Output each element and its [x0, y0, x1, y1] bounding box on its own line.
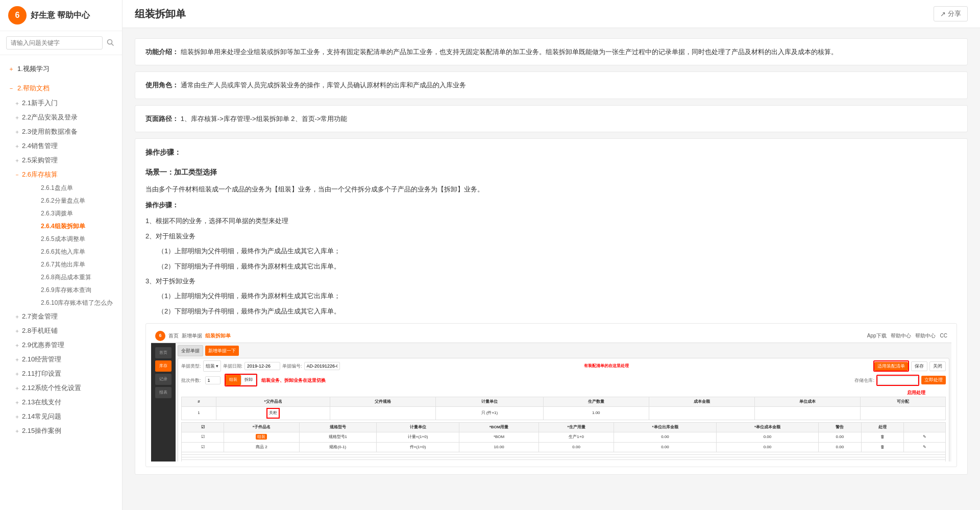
nav-section-2: － 2.帮助文档 ＋ 2.1新手入门 ＋ 2.2产品安装及登录 ＋ 2.3使用前… [0, 79, 122, 440]
share-button[interactable]: ↗ 分享 [934, 6, 968, 21]
ss-nav-icons: App下载 帮助中心 帮助中心 CC [867, 331, 947, 341]
sidebar-item-customization-label: 2.12系统个性化设置 [22, 383, 81, 393]
svg-line-1 [112, 43, 114, 45]
ss-lrow2-check: ☑ [182, 442, 224, 452]
ss-topbar: 6 首页 新增单据 组装拆卸单 App下载 帮助中心 帮助中心 CC [151, 329, 951, 343]
sidebar-item-video-label: 1.视频学习 [17, 64, 50, 74]
ss-lth-spec: 规格型号 [299, 422, 377, 432]
ss-lth-unit-cost: *单位出库金额 [614, 422, 717, 432]
step-list: 1、根据不同的业务，选择不同单据的类型来处理 2、对于组装业务 （1）上部明细为… [145, 215, 957, 317]
nav-tree: ＋ 1.视频学习 － 2.帮助文档 ＋ 2.1新手入门 ＋ 2.2产品安装及登录 [0, 55, 122, 510]
step-1: 1、根据不同的业务，选择不同单据的类型来处理 [145, 215, 957, 227]
ss-date-input[interactable] [244, 362, 280, 370]
sidebar-item-purchase[interactable]: ＋ 2.5采购管理 [14, 153, 122, 167]
sidebar-item-2.6.7[interactable]: 2.6.7其他出库单 [35, 258, 122, 271]
plus-sub-icon: ＋ [14, 100, 20, 107]
sidebar-item-biz-label: 2.10经营管理 [22, 355, 61, 364]
sidebar-item-2.6.10[interactable]: 2.6.10库存账本错了怎么办 [35, 297, 122, 309]
step-3-2: （2）下部明细为子件明细，最终作为产成品生成其它入库单。 [145, 305, 957, 317]
ss-lrow-bom: *BOM [459, 432, 539, 442]
app-title: 好生意 帮助中心 [31, 10, 90, 21]
sidebar: 6 好生意 帮助中心 ＋ 1.视频学习 － 2.帮助文档 [0, 0, 122, 510]
sidebar-item-dataprep[interactable]: ＋ 2.3使用前数据准备 [14, 125, 122, 139]
ss-annotation-2: 组装业务、拆卸业务在这里切换 [261, 376, 326, 384]
ss-goods-input[interactable]: 关柜 [266, 408, 280, 418]
sidebar-item-2.6.8[interactable]: 2.6.8商品成本重算 [35, 271, 122, 284]
ss-warehouse-input[interactable] [877, 376, 918, 384]
sidebar-item-biz[interactable]: ＋ 2.10经营管理 [14, 352, 122, 367]
search-bar [0, 31, 122, 55]
sidebar-item-cases[interactable]: ＋ 2.15操作案例 [14, 424, 122, 438]
sidebar-item-sales[interactable]: ＋ 2.4销售管理 [14, 139, 122, 153]
ss-annotation-1: 有装配清单的在这里处理 [342, 362, 871, 370]
sidebar-item-2.6.6[interactable]: 2.6.6其他入库单 [35, 246, 122, 258]
ss-lrow-op1: 🗑 [861, 432, 903, 442]
sidebar-item-docs[interactable]: － 2.帮助文档 [0, 81, 122, 96]
ss-close-btn[interactable]: 关闭 [929, 361, 946, 371]
ss-lrow2-prod: 0.00 [539, 442, 614, 452]
sidebar-item-inventory[interactable]: － 2.6库存核算 [14, 167, 122, 182]
ops-block: 操作步骤： 场景一：加工类型选择 当由多个子件材料组装成一个成品的业务为【组装】… [135, 138, 968, 475]
ss-lth-avail: 警告 [819, 422, 861, 432]
sidebar-item-2.6.4[interactable]: 2.6.4组装拆卸单 [35, 220, 122, 233]
ss-annotation-3: 启用处理 [907, 388, 925, 397]
sidebar-item-mobile[interactable]: ＋ 2.8手机旺铺 [14, 324, 122, 338]
sidebar-item-newuser[interactable]: ＋ 2.1新手入门 [14, 96, 122, 110]
sidebar-item-cases-label: 2.15操作案例 [22, 426, 61, 435]
ss-tab-assemble[interactable]: 组装 [226, 375, 241, 385]
search-button[interactable] [105, 37, 116, 50]
sidebar-item-2.6.3[interactable]: 2.6.3调拨单 [35, 207, 122, 220]
sidebar-item-coupon[interactable]: ＋ 2.9优惠券管理 [14, 338, 122, 352]
ss-tab-disassemble[interactable]: 拆卸 [241, 375, 256, 385]
ss-qty-input[interactable] [205, 376, 220, 384]
nav-children-2: ＋ 2.1新手入门 ＋ 2.2产品安装及登录 ＋ 2.3使用前数据准备 ＋ 2.… [0, 96, 122, 438]
plus-sub-icon: ＋ [14, 356, 20, 363]
plus-sub-icon: ＋ [14, 313, 20, 321]
ops-heading: 操作步骤： [145, 146, 957, 159]
ss-lower-row-1: ☑ 组装 规格型号1 计量×(1+0) *BOM 生产1+0 [182, 432, 946, 442]
ss-lth-more [903, 422, 945, 432]
ss-th-qty: 计量单位 [436, 397, 544, 407]
ss-label-type: 单据类型: [181, 362, 201, 370]
ss-lrow2-unit: 件×(1+0) [377, 442, 459, 452]
ss-goods-tag: 组装 [256, 434, 267, 440]
ss-lth-check: ☑ [182, 422, 224, 432]
ss-save-btn[interactable]: 保存 [911, 361, 927, 371]
sidebar-item-install[interactable]: ＋ 2.2产品安装及登录 [14, 110, 122, 125]
sidebar-item-2.6.5[interactable]: 2.6.5成本调整单 [35, 233, 122, 246]
ss-btn-bom: 适用装配清单 [873, 360, 909, 372]
sidebar-item-print[interactable]: ＋ 2.11打印设置 [14, 367, 122, 381]
ss-tab-all: 全部单据 [178, 345, 203, 356]
plus-sub-icon: ＋ [14, 128, 20, 136]
ss-lrow2-goods: 商品 2 [224, 442, 299, 452]
sidebar-item-customization[interactable]: ＋ 2.12系统个性化设置 [14, 381, 122, 395]
sidebar-item-2.6.9[interactable]: 2.6.9库存账本查询 [35, 284, 122, 297]
ss-label-date: 单据日期: [223, 362, 243, 370]
scene1-heading: 场景一：加工类型选择 [145, 166, 957, 179]
ss-enable-btn[interactable]: 立即处理 [921, 376, 946, 384]
sidebar-item-2.6.1[interactable]: 2.6.1盘点单 [35, 182, 122, 195]
search-input[interactable] [6, 36, 103, 50]
sidebar-item-payment[interactable]: ＋ 2.13在线支付 [14, 395, 122, 409]
ss-content-area: 全部单据 新增单据一下 单据类型: 组装 ▾ [176, 343, 951, 462]
ss-main: 首页 库存 记录 报表 全部单据 新增单据一下 [151, 343, 951, 462]
ss-apply-btn[interactable]: 适用装配清单 [874, 362, 908, 371]
sidebar-item-2.6.2[interactable]: 2.6.2分量盘点单 [35, 195, 122, 207]
ss-no-input[interactable] [304, 362, 340, 370]
ss-tabs-row: 全部单据 新增单据一下 [178, 345, 949, 356]
ss-lrow2-avail: 0.00 [819, 442, 861, 452]
ss-label-no: 单据编号: [282, 362, 302, 370]
step-3: 3、对于拆卸业务 [145, 275, 957, 287]
sidebar-item-video[interactable]: ＋ 1.视频学习 [0, 61, 122, 77]
ss-sidebar-icon-4: 报表 [155, 387, 172, 398]
step-2: 2、对于组装业务 [145, 230, 957, 242]
ss-th-unit-qty: 生产数量 [543, 397, 649, 407]
ss-enable-annotation-row: 启用处理 [181, 388, 946, 397]
sidebar-item-finance[interactable]: ＋ 2.7资金管理 [14, 309, 122, 324]
ss-lrow-avail: 0.00 [819, 432, 861, 442]
ss-cell-seq: 1 [182, 407, 216, 420]
plus-sub-icon: ＋ [14, 114, 20, 122]
ss-select-type[interactable]: 组装 ▾ [203, 360, 221, 372]
ss-lrow2-ucost: 0.00 [614, 442, 717, 452]
sidebar-item-faq[interactable]: ＋ 2.14常见问题 [14, 409, 122, 424]
